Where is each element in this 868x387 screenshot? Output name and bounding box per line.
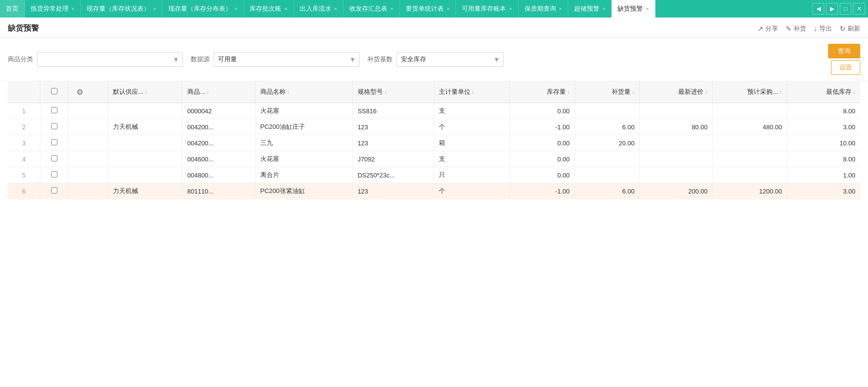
- tab-item-10[interactable]: 超储预警×: [568, 0, 612, 18]
- tab-item-1[interactable]: 拣货异常处理×: [25, 0, 81, 18]
- sort-supplier[interactable]: 默认供应... ↕: [113, 88, 147, 96]
- cell-stock: -1.00: [510, 183, 575, 199]
- tab-close-11[interactable]: ×: [646, 6, 649, 12]
- cell-check: [40, 135, 68, 151]
- tab-close-6[interactable]: ×: [390, 6, 393, 12]
- filter-right-buttons: 查询 设置: [828, 44, 860, 75]
- cell-forecast: [713, 103, 787, 119]
- tab-next-button[interactable]: ▶: [826, 3, 838, 15]
- cell-stock: 0.00: [510, 135, 575, 151]
- tab-item-4[interactable]: 库存批次账×: [244, 0, 293, 18]
- tab-close-4[interactable]: ×: [284, 6, 287, 12]
- cell-unit: 箱: [434, 135, 510, 151]
- cell-forecast: 1200.00: [713, 183, 787, 199]
- datasource-select[interactable]: 可用量: [214, 52, 360, 67]
- cell-check: [40, 151, 68, 167]
- cell-replenish: [575, 103, 639, 119]
- tab-item-7[interactable]: 要货单统计表×: [400, 0, 456, 18]
- cell-idx: 5: [8, 167, 40, 183]
- table-row: 1 0000042 火花塞 SS816 支 0.00 8.00: [8, 103, 860, 119]
- data-table: ⚙ 默认供应... ↕ 商品... ↕: [8, 81, 860, 199]
- tab-prev-button[interactable]: ◀: [813, 3, 824, 15]
- window-close-button[interactable]: ✕: [853, 3, 865, 15]
- category-filter-group: 商品分类 ▼: [8, 52, 183, 67]
- replenish-select[interactable]: 安全库存: [397, 52, 504, 67]
- table-row: 5 004800... 离合片 DS250*23c... 只 0.00 1.00: [8, 167, 860, 183]
- tab-item-0[interactable]: 首页: [0, 0, 25, 18]
- cell-code: 004600...: [182, 151, 255, 167]
- cell-price: [640, 135, 713, 151]
- row-checkbox-2[interactable]: [51, 139, 57, 145]
- cell-spec: SS816: [352, 103, 434, 119]
- tab-item-11[interactable]: 缺货预警×: [612, 0, 655, 18]
- select-all-checkbox[interactable]: [51, 88, 57, 94]
- cell-supplier: [108, 167, 182, 183]
- sort-spec[interactable]: 规格型号 ↕: [358, 88, 387, 96]
- tab-close-7[interactable]: ×: [447, 6, 450, 12]
- cell-price: [640, 167, 713, 183]
- cell-name: 离合片: [255, 167, 352, 183]
- tab-close-5[interactable]: ×: [334, 6, 337, 12]
- cell-name: 火花塞: [255, 151, 352, 167]
- th-code: 商品... ↕: [182, 81, 255, 103]
- table-settings-gear[interactable]: ⚙: [73, 85, 87, 99]
- cell-unit: 支: [434, 103, 510, 119]
- cell-minstock: 10.00: [787, 135, 860, 151]
- tab-close-8[interactable]: ×: [509, 6, 512, 12]
- th-minstock: 最低库存 ↕: [787, 81, 860, 103]
- row-checkbox-1[interactable]: [51, 123, 57, 129]
- th-forecast: 预计采购... ↕: [713, 81, 787, 103]
- cell-code: 0000042: [182, 103, 255, 119]
- sort-name[interactable]: 商品名称 ↕: [260, 88, 289, 96]
- sort-forecast-icon: ↕: [779, 89, 782, 95]
- tab-close-9[interactable]: ×: [559, 6, 562, 12]
- sort-minstock[interactable]: 最低库存 ↕: [826, 88, 855, 96]
- datasource-value: 可用量: [218, 55, 237, 64]
- cell-spec: 123: [352, 135, 434, 151]
- tab-item-2[interactable]: 现存量（库存状况表）×: [81, 0, 162, 18]
- cell-unit: 支: [434, 151, 510, 167]
- page-container: 缺货预警 ↗ 分享 ✎ 补货 ↓ 导出 ↻ 刷新 商品分类: [0, 18, 868, 387]
- row-checkbox-5[interactable]: [51, 187, 57, 194]
- tab-item-9[interactable]: 保质期查询×: [519, 0, 568, 18]
- tab-close-10[interactable]: ×: [602, 6, 605, 12]
- cell-check: [40, 167, 68, 183]
- cell-minstock: 8.00: [787, 151, 860, 167]
- cell-idx: 1: [8, 103, 40, 119]
- tab-item-5[interactable]: 出入库流水×: [294, 0, 344, 18]
- sort-stock[interactable]: 库存量 ↕: [547, 88, 570, 96]
- share-button[interactable]: ↗ 分享: [758, 24, 778, 33]
- tab-close-1[interactable]: ×: [72, 6, 74, 12]
- tab-item-6[interactable]: 收发存汇总表×: [344, 0, 399, 18]
- window-restore-button[interactable]: □: [840, 3, 851, 15]
- tab-close-3[interactable]: ×: [235, 6, 237, 12]
- cell-minstock: 3.00: [787, 183, 860, 199]
- cell-forecast: 480.00: [713, 119, 787, 135]
- category-select[interactable]: [37, 52, 183, 67]
- sort-forecast[interactable]: 预计采购... ↕: [747, 88, 782, 96]
- row-checkbox-0[interactable]: [51, 107, 57, 113]
- cell-replenish: 20.00: [575, 135, 639, 151]
- datasource-select-wrapper: 可用量 ▼: [214, 52, 360, 67]
- query-button[interactable]: 查询: [828, 44, 860, 58]
- th-supplier: 默认供应... ↕: [108, 81, 182, 103]
- row-checkbox-3[interactable]: [51, 155, 57, 161]
- sort-replenish[interactable]: 补货量 ↕: [612, 88, 634, 96]
- tab-item-3[interactable]: 现存量（库存分布表）×: [163, 0, 244, 18]
- refresh-button[interactable]: ↻ 刷新: [840, 24, 860, 33]
- replenish-button[interactable]: ✎ 补货: [786, 24, 806, 33]
- th-gear: ⚙: [68, 81, 108, 103]
- row-checkbox-4[interactable]: [51, 171, 57, 177]
- tab-close-2[interactable]: ×: [153, 6, 156, 12]
- tab-nav-buttons: ◀ ▶ □ ✕: [812, 3, 868, 15]
- cell-gear: [68, 103, 108, 119]
- settings-button[interactable]: 设置: [831, 60, 860, 75]
- sort-price[interactable]: 最新进价 ↕: [678, 88, 707, 96]
- refresh-label: 刷新: [848, 24, 860, 33]
- cell-check: [40, 119, 68, 135]
- sort-unit[interactable]: 主计量单位 ↕: [439, 88, 474, 96]
- cell-check: [40, 183, 68, 199]
- sort-code[interactable]: 商品... ↕: [187, 88, 209, 96]
- export-button[interactable]: ↓ 导出: [814, 24, 832, 33]
- tab-item-8[interactable]: 可用量库存账本×: [456, 0, 518, 18]
